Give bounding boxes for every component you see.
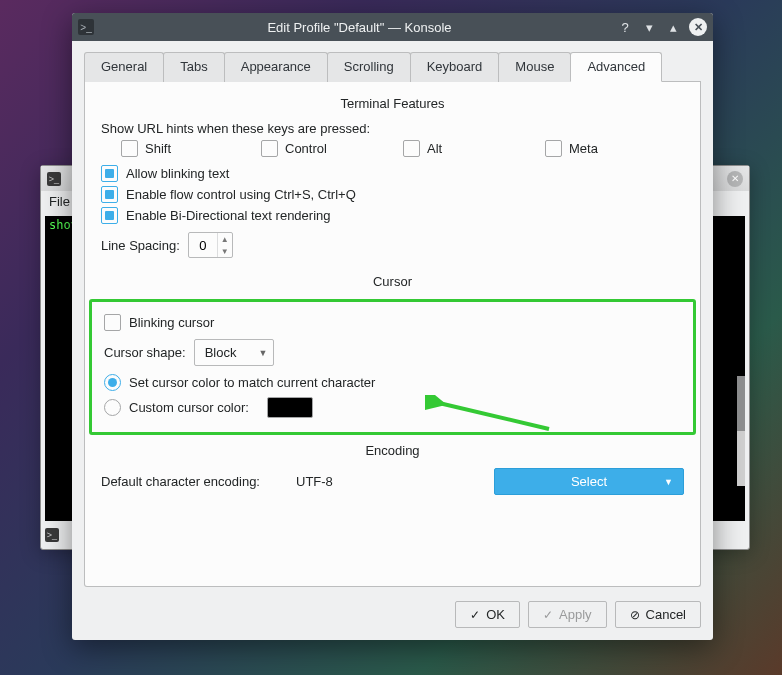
tab-general[interactable]: General [84,52,164,82]
label-allow-blinking-text: Allow blinking text [126,166,229,181]
check-icon: ✓ [470,608,480,622]
apply-button: ✓ Apply [528,601,607,628]
close-icon[interactable]: ✕ [689,18,707,36]
label-match-cursor-color: Set cursor color to match current charac… [129,375,375,390]
checkbox-meta[interactable] [545,140,562,157]
minimize-icon[interactable]: ▾ [641,19,657,35]
spin-down-icon[interactable]: ▼ [218,245,232,257]
cursor-shape-value: Block [205,345,237,360]
chevron-down-icon: ▼ [258,348,267,358]
check-icon: ✓ [543,608,553,622]
default-encoding-value: UTF-8 [296,474,376,489]
label-alt: Alt [427,141,442,156]
section-cursor: Cursor [101,274,684,289]
cursor-color-swatch[interactable] [267,397,313,418]
checkbox-control[interactable] [261,140,278,157]
checkbox-alt[interactable] [403,140,420,157]
ok-button-label: OK [486,607,505,622]
dialog-title: Edit Profile "Default" — Konsole [102,20,617,35]
checkbox-allow-blinking-text[interactable] [101,165,118,182]
terminal-icon: >_ [47,172,61,186]
checkbox-blinking-cursor[interactable] [104,314,121,331]
cancel-icon: ⊘ [630,608,640,622]
tab-mouse[interactable]: Mouse [498,52,571,82]
label-cursor-shape: Cursor shape: [104,345,186,360]
label-flow-control: Enable flow control using Ctrl+S, Ctrl+Q [126,187,356,202]
tab-bar: General Tabs Appearance Scrolling Keyboa… [84,51,701,82]
select-button-label: Select [571,474,607,489]
chevron-down-icon: ▼ [664,477,673,487]
cursor-shape-combo[interactable]: Block ▼ [194,339,275,366]
select-encoding-button[interactable]: Select ▼ [494,468,684,495]
line-spacing-input[interactable] [189,237,217,254]
terminal-icon: >_ [78,19,94,35]
edit-profile-dialog: >_ Edit Profile "Default" — Konsole ? ▾ … [72,13,713,640]
checkbox-shift[interactable] [121,140,138,157]
cancel-button[interactable]: ⊘ Cancel [615,601,701,628]
background-scrollbar[interactable] [737,376,745,486]
label-control: Control [285,141,327,156]
background-close-icon[interactable]: ✕ [727,171,743,187]
tab-advanced[interactable]: Advanced [570,52,662,82]
tab-tabs[interactable]: Tabs [163,52,224,82]
dialog-button-row: ✓ OK ✓ Apply ⊘ Cancel [84,601,701,628]
apply-button-label: Apply [559,607,592,622]
help-icon[interactable]: ? [617,19,633,35]
label-custom-cursor-color: Custom cursor color: [129,400,249,415]
section-encoding: Encoding [101,443,684,458]
cancel-button-label: Cancel [646,607,686,622]
label-default-encoding: Default character encoding: [101,474,296,489]
checkbox-flow-control[interactable] [101,186,118,203]
spin-up-icon[interactable]: ▲ [218,233,232,245]
label-meta: Meta [569,141,598,156]
label-blinking-cursor: Blinking cursor [129,315,214,330]
cursor-section-highlight: Blinking cursor Cursor shape: Block ▼ Se… [89,299,696,435]
tab-scrolling[interactable]: Scrolling [327,52,411,82]
url-hints-label: Show URL hints when these keys are press… [101,121,370,136]
background-statusbar: >_ [45,525,59,545]
section-terminal-features: Terminal Features [101,96,684,111]
radio-custom-cursor-color[interactable] [104,399,121,416]
background-scrollbar-thumb[interactable] [737,376,745,431]
ok-button[interactable]: ✓ OK [455,601,520,628]
dialog-titlebar[interactable]: >_ Edit Profile "Default" — Konsole ? ▾ … [72,13,713,41]
radio-match-cursor-color[interactable] [104,374,121,391]
line-spacing-spinbox[interactable]: ▲ ▼ [188,232,233,258]
checkbox-bidi[interactable] [101,207,118,224]
tab-appearance[interactable]: Appearance [224,52,328,82]
url-hints-label-row: Show URL hints when these keys are press… [101,121,684,136]
tab-keyboard[interactable]: Keyboard [410,52,500,82]
maximize-icon[interactable]: ▴ [665,19,681,35]
label-shift: Shift [145,141,171,156]
label-line-spacing: Line Spacing: [101,238,180,253]
terminal-icon: >_ [45,528,59,542]
advanced-tab-page: Terminal Features Show URL hints when th… [84,82,701,587]
label-bidi: Enable Bi-Directional text rendering [126,208,331,223]
